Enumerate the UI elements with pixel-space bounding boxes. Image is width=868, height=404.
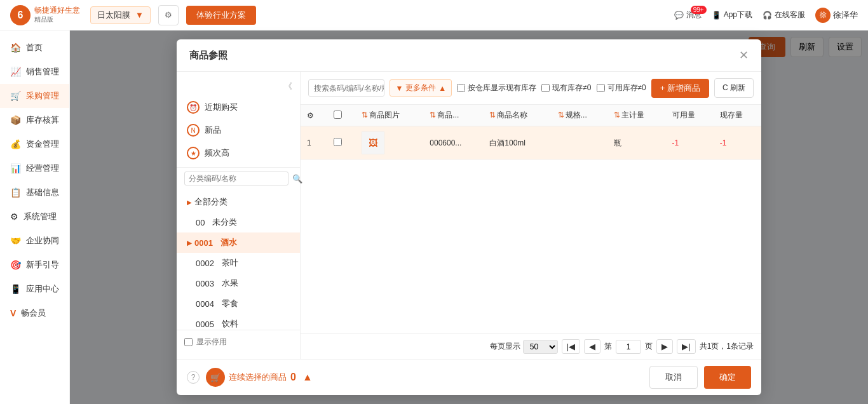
message-nav-item[interactable]: 💬 消息 99+ bbox=[674, 10, 702, 20]
select-all-checkbox[interactable] bbox=[334, 111, 342, 119]
product-search-input[interactable] bbox=[309, 81, 384, 96]
close-icon[interactable]: ✕ bbox=[739, 48, 749, 62]
left-panel-top: 《 bbox=[177, 77, 300, 96]
headset-icon: 🎧 bbox=[763, 11, 772, 20]
nav-selector[interactable]: 日太阳膜 ▼ bbox=[90, 6, 151, 24]
category-search-input[interactable] bbox=[184, 172, 288, 185]
category-item-0005[interactable]: 0005 饮料 bbox=[177, 314, 300, 330]
operations-icon: 📊 bbox=[10, 163, 21, 173]
vip-icon: V bbox=[10, 308, 16, 318]
check-warehouse-checkbox[interactable] bbox=[457, 84, 465, 92]
col-spec: ⇅规格... bbox=[552, 105, 608, 126]
cell-name: 白酒100ml bbox=[483, 126, 551, 160]
show-disabled-row: 显示停用 bbox=[177, 330, 300, 354]
refresh-table-button[interactable]: C 刷新 bbox=[714, 78, 754, 98]
cell-index: 1 bbox=[301, 126, 327, 160]
logo-area: 6 畅捷通好生意 精品版 bbox=[10, 5, 80, 25]
check-available-stock-checkbox[interactable] bbox=[597, 84, 605, 92]
star-icon: ★ bbox=[187, 147, 200, 159]
category-item-0004[interactable]: 0004 零食 bbox=[177, 293, 300, 314]
service-nav-item[interactable]: 🎧 在线客服 bbox=[763, 10, 805, 20]
cart-icon: 🛒 bbox=[206, 368, 225, 387]
more-conditions-button[interactable]: ▼ 更多条件 ▲ bbox=[390, 79, 452, 97]
category-item-0002[interactable]: 0002 茶叶 bbox=[177, 253, 300, 273]
sidebar-item-sales[interactable]: 📈 销售管理 bbox=[0, 60, 69, 84]
message-badge: 99+ bbox=[691, 6, 707, 14]
cell-stock: -1 bbox=[714, 126, 761, 160]
phone-icon: 📱 bbox=[712, 11, 721, 20]
sales-icon: 📈 bbox=[10, 67, 21, 77]
sidebar-item-inventory[interactable]: 📦 库存核算 bbox=[0, 108, 69, 132]
per-page-select[interactable]: 50 10 20 100 bbox=[523, 340, 558, 354]
modal-body: 《 ⏰ 近期购买 N 新品 ★ 频次高 bbox=[177, 72, 761, 359]
modal-footer: ? 🛒 连续选择的商品 0 ▲ 取消 确定 bbox=[177, 359, 761, 395]
new-icon: N bbox=[187, 124, 200, 137]
sidebar-item-operations[interactable]: 📊 经营管理 bbox=[0, 156, 69, 180]
avatar: 徐 bbox=[815, 8, 831, 23]
collapse-button[interactable]: 《 bbox=[284, 81, 292, 92]
clock-icon: ⏰ bbox=[187, 101, 200, 114]
triangle-icon: ▶ bbox=[187, 199, 192, 206]
purchase-icon: 🛒 bbox=[10, 91, 21, 101]
sidebar-item-purchase[interactable]: 🛒 采购管理 bbox=[0, 84, 69, 108]
content-area: 查询 刷新 设置 商品参照 ✕ 《 bbox=[70, 30, 868, 404]
help-icon[interactable]: ? bbox=[187, 371, 200, 384]
modal-header: 商品参照 ✕ bbox=[177, 39, 761, 72]
col-available: 可用量 bbox=[666, 105, 714, 126]
enterprise-icon: 🤝 bbox=[10, 236, 21, 246]
main-layout: 🏠 首页 📈 销售管理 🛒 采购管理 📦 库存核算 💰 资金管理 📊 经营管理 … bbox=[0, 30, 868, 404]
table-row[interactable]: 1 🖼 000600... 白酒100ml bbox=[301, 126, 761, 160]
category-item-0003[interactable]: 0003 水果 bbox=[177, 273, 300, 293]
nav-right: 💬 消息 99+ 📱 App下载 🎧 在线客服 徐 徐泽华 bbox=[674, 8, 858, 23]
sidebar-item-finance[interactable]: 💰 资金管理 bbox=[0, 132, 69, 156]
cell-image: 🖼 bbox=[355, 126, 423, 160]
cancel-button[interactable]: 取消 bbox=[649, 366, 698, 389]
sidebar-item-base-info[interactable]: 📋 基础信息 bbox=[0, 180, 69, 205]
left-panel: 《 ⏰ 近期购买 N 新品 ★ 频次高 bbox=[177, 72, 301, 359]
next-page-button[interactable]: ▶ bbox=[656, 339, 673, 354]
sidebar-item-guide[interactable]: 🎯 新手引导 bbox=[0, 253, 69, 277]
check-current-stock-checkbox[interactable] bbox=[541, 84, 550, 92]
experience-button[interactable]: 体验行业方案 bbox=[186, 6, 256, 25]
col-settings[interactable]: ⚙ bbox=[301, 105, 327, 126]
row-checkbox[interactable] bbox=[334, 138, 342, 146]
sidebar-item-system[interactable]: ⚙ 系统管理 bbox=[0, 205, 69, 229]
product-search-bar: 🔍 bbox=[308, 79, 384, 97]
pagination-row: 每页显示 50 10 20 100 |◀ ◀ 第 bbox=[301, 333, 761, 359]
settings-icon[interactable]: ⚙ bbox=[158, 5, 179, 25]
modal-title: 商品参照 bbox=[189, 50, 227, 62]
cell-checkbox bbox=[327, 126, 355, 160]
page-number-input[interactable] bbox=[616, 340, 641, 354]
right-panel: 🔍 ▼ 更多条件 ▲ 按仓库显示现有库存 bbox=[301, 72, 761, 359]
cart-count: 0 bbox=[290, 372, 296, 383]
sidebar-item-vip[interactable]: V 畅会员 bbox=[0, 301, 69, 325]
prev-page-button[interactable]: ◀ bbox=[584, 339, 600, 354]
product-table: ⚙ ⇅商品图片 ⇅商品... ⇅商品名称 ⇅规格... ⇅主计量 可用量 现存 bbox=[301, 105, 761, 160]
category-item-00[interactable]: 00 未分类 bbox=[177, 212, 300, 232]
add-product-button[interactable]: + 新增商品 bbox=[651, 79, 709, 98]
page-per-section: 每页显示 50 10 20 100 bbox=[490, 340, 558, 354]
category-list: ▶ 全部分类 00 未分类 ▶ 0001 酒水 0002 茶 bbox=[177, 189, 300, 330]
sidebar-item-enterprise[interactable]: 🤝 企业协同 bbox=[0, 229, 69, 253]
show-disabled-checkbox[interactable] bbox=[184, 338, 193, 346]
table-settings-icon[interactable]: ⚙ bbox=[307, 111, 314, 120]
category-item-all[interactable]: ▶ 全部分类 bbox=[177, 192, 300, 212]
user-nav-item[interactable]: 徐 徐泽华 bbox=[815, 8, 858, 23]
system-icon: ⚙ bbox=[10, 212, 18, 222]
fold-button[interactable]: ▲ bbox=[302, 372, 313, 383]
app-download-nav-item[interactable]: 📱 App下载 bbox=[712, 10, 752, 20]
category-item-0001[interactable]: ▶ 0001 酒水 bbox=[177, 232, 300, 253]
confirm-button[interactable]: 确定 bbox=[704, 366, 751, 389]
top-nav: 6 畅捷通好生意 精品版 日太阳膜 ▼ ⚙ 体验行业方案 💬 消息 99+ 📱 … bbox=[0, 0, 868, 30]
first-page-button[interactable]: |◀ bbox=[562, 339, 580, 354]
recent-purchase-nav[interactable]: ⏰ 近期购买 bbox=[177, 96, 300, 119]
new-product-nav[interactable]: N 新品 bbox=[177, 119, 300, 142]
check-current-stock-group: 现有库存≠0 bbox=[541, 83, 591, 93]
last-page-button[interactable]: ▶| bbox=[677, 339, 695, 354]
sidebar-item-home[interactable]: 🏠 首页 bbox=[0, 36, 69, 60]
sidebar-item-app-center[interactable]: 📱 应用中心 bbox=[0, 277, 69, 301]
check-available-stock-group: 可用库存≠0 bbox=[597, 83, 646, 93]
col-code: ⇅商品... bbox=[423, 105, 483, 126]
frequent-nav[interactable]: ★ 频次高 bbox=[177, 142, 300, 165]
app-center-icon: 📱 bbox=[10, 284, 21, 294]
